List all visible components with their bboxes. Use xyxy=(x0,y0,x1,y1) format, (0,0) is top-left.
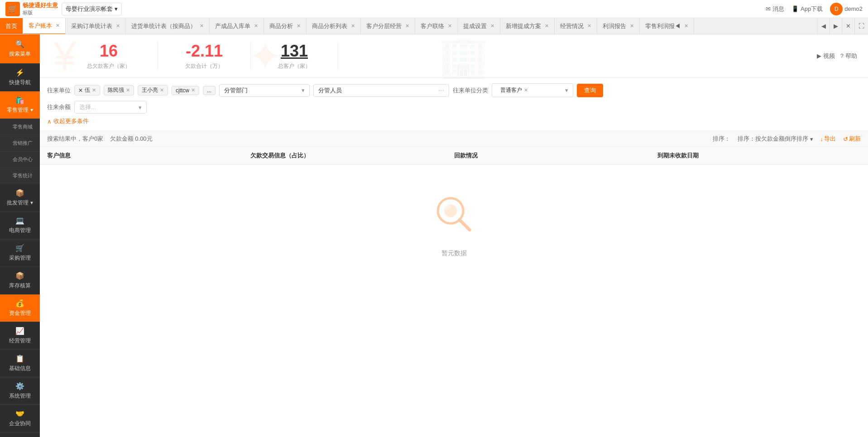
close-icon[interactable]: ✕ xyxy=(200,23,204,29)
stat-total-customers-value: 131 xyxy=(281,42,308,61)
close-icon[interactable]: ✕ xyxy=(630,23,634,29)
balance-filter[interactable]: 选择... ▾ xyxy=(74,101,147,114)
tab-scroll-left[interactable]: ◀ xyxy=(817,18,830,34)
query-button[interactable]: 查询 xyxy=(577,84,603,97)
close-icon[interactable]: ✕ xyxy=(297,23,301,29)
app-download-button[interactable]: 📱 App下载 xyxy=(791,5,823,13)
tab-scroll-right[interactable]: ▶ xyxy=(830,18,842,34)
sidebar-item-purchase[interactable]: 🛒 采购管理 xyxy=(0,239,40,267)
tab-profit-report[interactable]: 利润报告 ✕ xyxy=(597,18,640,34)
tab-customer-contact[interactable]: 客户联络 ✕ xyxy=(415,18,458,34)
tab-nav-actions: ◀ ▶ ✕ ⛶ xyxy=(817,18,868,34)
tab-product-inbound[interactable]: 产成品入库单 ✕ xyxy=(210,18,264,34)
unit-filter-label: 往来单位 xyxy=(47,86,71,95)
user-avatar[interactable]: D demo2 xyxy=(830,3,863,15)
empty-state: 暂元数据 xyxy=(40,165,868,285)
tab-customer-ledger[interactable]: 客户账本 ✕ xyxy=(23,18,66,34)
filter-tag-chen-label: 陈民强 xyxy=(108,86,124,94)
sidebar-item-newbie[interactable]: 🎯 新手引导 xyxy=(0,432,40,437)
unit-class-label: 往来单位分类 xyxy=(453,86,488,95)
sidebar-item-marketing[interactable]: 营销推广 xyxy=(0,135,40,152)
chevron-down-icon-2: ▾ xyxy=(565,87,568,94)
stat-debt-total-value: -2.11 xyxy=(186,42,223,61)
unit-class-filter[interactable]: 普通客户 ✕ ▾ xyxy=(492,83,573,97)
close-icon[interactable]: ✕ xyxy=(684,23,688,29)
quicknav-icon: ⚡ xyxy=(2,68,38,77)
account-dropdown[interactable]: 母婴行业演示帐套 ▾ xyxy=(62,3,122,15)
collapse-button[interactable]: ∧ 收起更多条件 xyxy=(47,117,861,125)
filter-tag-more[interactable]: ... xyxy=(203,86,216,95)
help-button[interactable]: ? 帮助 xyxy=(840,52,857,60)
sidebar-item-quicknav[interactable]: ⚡ 快捷导航 xyxy=(0,64,40,91)
tab-commission-settings[interactable]: 提成设置 ✕ xyxy=(458,18,500,34)
top-bar-left: 🛒 畅捷通好生意 标版 母婴行业演示帐套 ▾ xyxy=(5,1,122,16)
sidebar-item-ecommerce[interactable]: 💻 电商管理 xyxy=(0,212,40,239)
sidebar-item-retail[interactable]: 🛍️ 零售管理 ▾ xyxy=(0,91,40,119)
sidebar-item-search[interactable]: 🔍 搜索菜单 xyxy=(0,34,40,64)
refresh-button[interactable]: ↺ 刷新 xyxy=(843,135,861,143)
sidebar-item-retail-stats[interactable]: 零售统计 xyxy=(0,168,40,184)
close-icon[interactable]: ✕ xyxy=(56,23,60,28)
tab-operations[interactable]: 经营情况 ✕ xyxy=(555,18,597,34)
close-icon[interactable]: ✕ xyxy=(545,23,549,29)
chevron-down-icon-4: ▾ xyxy=(810,136,813,142)
tag-close-chen-btn[interactable]: ✕ xyxy=(126,87,130,93)
empty-icon xyxy=(432,192,477,246)
tab-close-all[interactable]: ✕ xyxy=(842,18,854,34)
tab-home[interactable]: 首页 xyxy=(0,18,23,34)
close-icon[interactable]: ✕ xyxy=(351,23,355,29)
video-button[interactable]: ▶ 视频 xyxy=(817,52,835,60)
close-icon[interactable]: ✕ xyxy=(490,23,494,29)
filter-tag-wang: 王小亮 ✕ xyxy=(138,85,168,95)
person-filter-dots: ··· xyxy=(438,86,444,95)
sidebar-collab-label: 企业协同 xyxy=(9,420,31,427)
sidebar-item-retail-shop[interactable]: 零售商城 xyxy=(0,119,40,135)
sidebar-item-wholesale[interactable]: 📦 批发管理 ▾ xyxy=(0,184,40,212)
tag-close-cjttcw-btn[interactable]: ✕ xyxy=(191,87,195,93)
sidebar-item-operations[interactable]: 📈 经营管理 xyxy=(0,322,40,350)
tab-purchase-order[interactable]: 采购订单统计表 ✕ xyxy=(66,18,126,34)
svg-line-1 xyxy=(460,220,470,230)
search-results-bar: 搜索结果中，客户0家 欠款金额 0.00元 排序： 排序：按欠款金额倒序排序 ▾… xyxy=(40,131,868,147)
sort-button[interactable]: 排序：按欠款金额倒序排序 ▾ xyxy=(738,135,813,143)
col-header-customer: 客户信息 xyxy=(47,152,250,160)
tab-goods-analysis[interactable]: 商品分析 ✕ xyxy=(264,18,307,34)
close-icon[interactable]: ✕ xyxy=(587,23,591,29)
export-button[interactable]: ↓ 导出 xyxy=(820,135,836,143)
bg-icon-2: ✦ xyxy=(248,34,282,80)
sidebar-item-system[interactable]: ⚙️ 系统管理 xyxy=(0,377,40,405)
tab-customer-tier[interactable]: 客户分层经营 ✕ xyxy=(361,18,415,34)
message-button[interactable]: ✉ 消息 xyxy=(766,5,784,13)
sidebar-item-finance[interactable]: 💰 资金管理 xyxy=(0,294,40,322)
sidebar: 🔍 搜索菜单 ⚡ 快捷导航 🛍️ 零售管理 ▾ 零售商城 营销推广 会员中心 零… xyxy=(0,34,40,437)
tag-close-unit-class-btn[interactable]: ✕ xyxy=(524,87,528,93)
close-icon[interactable]: ✕ xyxy=(116,23,120,29)
stats-bar: ¥ ✦ 🏢 16 总欠款客户（家） -2.11 欠款合计（万） 131 总客户（… xyxy=(40,34,868,78)
tag-close-icon[interactable]: ✕ xyxy=(78,87,83,94)
dept-filter[interactable]: 分管部门 ▾ xyxy=(219,84,310,97)
close-icon[interactable]: ✕ xyxy=(405,23,409,29)
person-filter[interactable]: 分管人员 ··· xyxy=(313,84,449,97)
filter-area: 往来单位 ✕ 伍 ✕ 陈民强 ✕ 王小亮 ✕ cjttcw ✕ xyxy=(40,78,868,131)
chevron-down-icon: ▾ xyxy=(302,87,305,94)
sidebar-marketing-label: 营销推广 xyxy=(13,140,33,146)
basic-info-icon: 📋 xyxy=(2,354,38,363)
sidebar-item-inventory[interactable]: 📦 库存核算 xyxy=(0,267,40,294)
sidebar-retail-shop-label: 零售商城 xyxy=(13,124,33,129)
video-icon: ▶ xyxy=(817,52,821,59)
close-icon[interactable]: ✕ xyxy=(254,23,258,29)
tab-goods-analysis-list[interactable]: 商品分析列表 ✕ xyxy=(307,18,361,34)
sidebar-retail-label: 零售管理 ▾ xyxy=(7,107,33,113)
tag-close-btn[interactable]: ✕ xyxy=(92,87,96,93)
sidebar-item-members[interactable]: 会员中心 xyxy=(0,152,40,168)
sidebar-item-collab[interactable]: 🤝 企业协同 xyxy=(0,405,40,432)
close-icon[interactable]: ✕ xyxy=(448,23,452,29)
stat-total-customers-label: 总客户（家） xyxy=(278,62,311,70)
tab-retail-profit[interactable]: 零售利润报◀ ✕ xyxy=(640,18,694,34)
tab-maximize[interactable]: ⛶ xyxy=(854,18,868,34)
help-icon: ? xyxy=(840,52,844,59)
tag-close-wang-btn[interactable]: ✕ xyxy=(160,87,164,93)
tab-goods-stats[interactable]: 进货单统计表（按商品） ✕ xyxy=(126,18,210,34)
tab-add-commission[interactable]: 新增提成方案 ✕ xyxy=(500,18,555,34)
sidebar-item-basic-info[interactable]: 📋 基础信息 xyxy=(0,350,40,377)
